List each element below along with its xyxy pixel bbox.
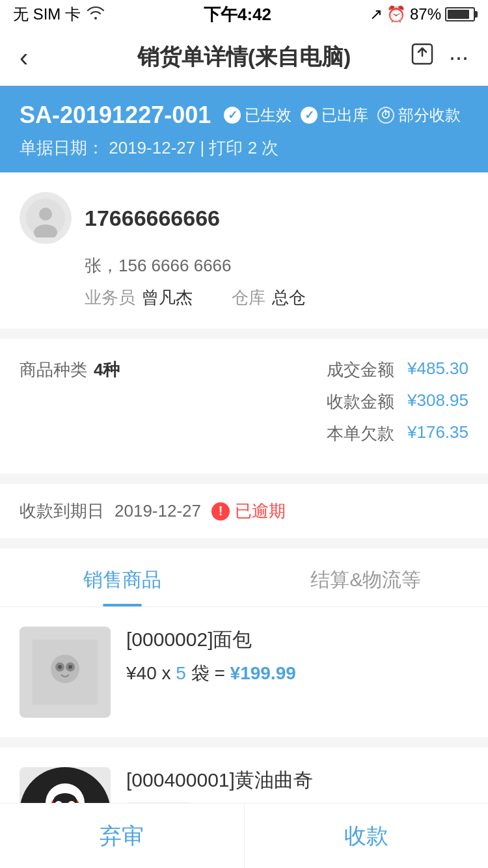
product-unit-1: 袋 <box>191 663 210 683</box>
customer-info: 张，156 6666 6666 <box>20 254 468 277</box>
product-price-row-1: ¥40 x 5 袋 = ¥199.99 <box>126 661 468 686</box>
nav-actions: ··· <box>411 43 468 71</box>
tab-settlement-label: 结算&物流等 <box>310 569 421 590</box>
order-header-row2: 单据日期： 2019-12-27 | 打印 2 次 <box>20 137 468 159</box>
check-icon-1: ✓ <box>224 107 241 124</box>
product-placeholder-1 <box>20 627 111 718</box>
amount-row: 成交金额 ¥485.30 <box>327 359 468 381</box>
product-item-1: [0000002]面包 ¥40 x 5 袋 = ¥199.99 <box>0 607 488 737</box>
status-shipped: 已出库 <box>321 105 368 126</box>
status-left: 无 SIM 卡 <box>13 4 105 25</box>
product-types-label: 商品种类 <box>20 359 87 381</box>
order-id: SA-20191227-001 <box>20 102 211 129</box>
product-info-1: [0000002]面包 ¥40 x 5 袋 = ¥199.99 <box>126 627 468 686</box>
cancel-review-button[interactable]: 弃审 <box>0 804 245 868</box>
tab-products[interactable]: 销售商品 <box>0 549 244 606</box>
salesman-meta: 业务员 曾凡杰 <box>85 286 193 309</box>
amount-value: ¥485.30 <box>407 359 468 381</box>
debt-value: ¥176.35 <box>407 422 468 445</box>
debt-row: 本单欠款 ¥176.35 <box>327 422 468 445</box>
location-icon: ↗ <box>370 5 383 23</box>
summary-left: 商品种类 4种 <box>20 359 120 454</box>
tab-products-label: 销售商品 <box>83 569 161 590</box>
status-badges: ✓ 已生效 ✓ 已出库 ⏱ 部分收款 <box>224 105 461 126</box>
date-value: 2019-12-27 <box>109 138 195 157</box>
salesman-label: 业务员 <box>85 286 135 309</box>
status-partial: 部分收款 <box>398 105 461 126</box>
battery-percent: 87% <box>410 5 441 23</box>
summary-section: 商品种类 4种 成交金额 ¥485.30 收款金额 ¥308.95 本单欠款 ¥… <box>0 339 488 474</box>
status-badge-shipped: ✓ 已出库 <box>301 105 368 126</box>
product-total-1: ¥199.99 <box>230 663 296 683</box>
content-area: SA-20191227-001 ✓ 已生效 ✓ 已出库 ⏱ 部分收款 单据日期：… <box>0 86 488 868</box>
tabs-bar: 销售商品 结算&物流等 <box>0 549 488 607</box>
share-button[interactable] <box>411 43 433 71</box>
alarm-icon: ⏰ <box>386 5 406 23</box>
warehouse-value: 总仓 <box>272 286 306 309</box>
status-right: ↗ ⏰ 87% <box>370 5 475 23</box>
battery-fill <box>448 10 469 19</box>
battery-bar <box>445 7 475 21</box>
svg-point-9 <box>68 665 72 669</box>
status-effective: 已生效 <box>245 105 291 126</box>
more-button[interactable]: ··· <box>449 44 468 71</box>
customer-meta: 业务员 曾凡杰 仓库 总仓 <box>20 286 468 309</box>
nav-bar: ‹ 销货单详情(来自电脑) ··· <box>0 29 488 86</box>
product-price-1: ¥40 <box>126 663 157 683</box>
clock-icon: ⏱ <box>377 107 394 124</box>
debt-label: 本单欠款 <box>327 422 394 445</box>
received-value: ¥308.95 <box>407 390 468 413</box>
overdue-text: 已逾期 <box>235 500 286 522</box>
page-title: 销货单详情(来自电脑) <box>137 42 351 72</box>
check-icon-2: ✓ <box>301 107 318 124</box>
avatar <box>20 192 72 244</box>
status-badge-partial: ⏱ 部分收款 <box>377 105 461 126</box>
product-eq-1: = <box>214 663 230 683</box>
product-name-2: [000400001]黄油曲奇 <box>126 767 468 794</box>
print-info: | 打印 2 次 <box>200 138 278 157</box>
product-name-1: [0000002]面包 <box>126 627 468 653</box>
payment-due-date: 2019-12-27 <box>115 501 201 521</box>
customer-row: 17666666666 <box>20 192 468 244</box>
warehouse-label: 仓库 <box>232 286 265 309</box>
svg-point-5 <box>51 655 79 683</box>
product-x-1: x <box>162 663 176 683</box>
tab-settlement[interactable]: 结算&物流等 <box>244 549 488 606</box>
warehouse-meta: 仓库 总仓 <box>232 286 306 309</box>
overdue-badge: ! 已逾期 <box>211 500 286 522</box>
received-label: 收款金额 <box>327 390 394 413</box>
payment-due-section: 收款到期日 2019-12-27 ! 已逾期 <box>0 484 488 538</box>
summary-right: 成交金额 ¥485.30 收款金额 ¥308.95 本单欠款 ¥176.35 <box>327 359 468 454</box>
product-types-value: 4种 <box>94 359 120 381</box>
svg-point-2 <box>39 208 52 221</box>
order-header: SA-20191227-001 ✓ 已生效 ✓ 已出库 ⏱ 部分收款 单据日期：… <box>0 86 488 172</box>
customer-phone: 17666666666 <box>85 206 220 231</box>
overdue-icon: ! <box>211 502 230 521</box>
carrier-text: 无 SIM 卡 <box>13 4 81 25</box>
payment-due-label: 收款到期日 <box>20 500 104 522</box>
customer-section: 17666666666 张，156 6666 6666 业务员 曾凡杰 仓库 总… <box>0 172 488 329</box>
order-header-row1: SA-20191227-001 ✓ 已生效 ✓ 已出库 ⏱ 部分收款 <box>20 102 468 129</box>
summary-grid: 商品种类 4种 成交金额 ¥485.30 收款金额 ¥308.95 本单欠款 ¥… <box>20 359 468 454</box>
product-qty-1: 5 <box>176 663 186 683</box>
date-label: 单据日期： <box>20 138 104 157</box>
svg-point-8 <box>58 665 62 669</box>
bottom-bar: 弃审 收款 <box>0 803 488 868</box>
wifi-icon <box>86 5 105 23</box>
salesman-value: 曾凡杰 <box>142 286 193 309</box>
collect-payment-button[interactable]: 收款 <box>245 804 489 868</box>
status-badge-effective: ✓ 已生效 <box>224 105 291 126</box>
amount-label: 成交金额 <box>327 359 394 381</box>
product-image-1 <box>20 627 111 718</box>
received-row: 收款金额 ¥308.95 <box>327 390 468 413</box>
status-bar: 无 SIM 卡 下午4:42 ↗ ⏰ 87% <box>0 0 488 29</box>
status-time: 下午4:42 <box>204 3 271 26</box>
back-button[interactable]: ‹ <box>20 44 28 70</box>
